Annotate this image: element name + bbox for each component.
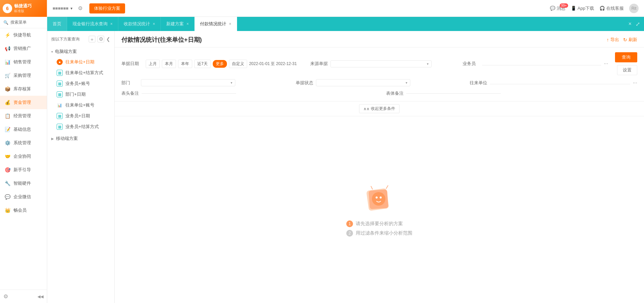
app-download-btn[interactable]: 📱 App下载 xyxy=(571,5,594,11)
add-scheme-btn[interactable]: + xyxy=(89,36,95,42)
purchase-nav-icon: 🛒 xyxy=(4,72,11,79)
left-panel: 按以下方案查询 + ⚙ ❮ ▾ 电脑端方案 ● 往来单位+日期 ▦ xyxy=(47,31,115,303)
empty-tip-1: 1 请先选择要分析的方案 xyxy=(346,220,412,227)
sidebar-item-sales[interactable]: 📊 销售管理 xyxy=(0,55,47,69)
export-btn[interactable]: ↑ 导出 xyxy=(607,37,619,43)
partner-group: 往来单位 ··· xyxy=(470,80,637,86)
filter-settings-btn[interactable]: 设置 xyxy=(617,65,637,75)
scheme-partner-payment[interactable]: ▦ 往来单位+结算方式 xyxy=(47,67,114,78)
sidebar-item-quick-nav[interactable]: ⚡ 快捷导航 xyxy=(0,28,47,42)
scheme-partner-account-label: 往来单位+账号 xyxy=(65,102,94,108)
sidebar-item-purchase[interactable]: 🛒 采购管理 xyxy=(0,69,47,82)
mobile-group-label: 移动端方案 xyxy=(56,135,78,142)
query-btn[interactable]: 查询 xyxy=(615,52,637,62)
sidebar-item-member[interactable]: 👑 畅会员 xyxy=(0,204,47,217)
source-group: 来源单据 ▾ xyxy=(310,60,456,67)
more-dates-btn[interactable]: 更多 xyxy=(213,60,227,68)
tab-receipt-stat[interactable]: 收款情况统计 × xyxy=(118,17,161,31)
company-selector[interactable]: ■■■■■■ ▾ xyxy=(53,6,72,11)
sidebar-item-guide[interactable]: 🎯 新手引导 xyxy=(0,163,47,177)
sidebar-item-coop[interactable]: 🤝 企业协同 xyxy=(0,150,47,163)
last-7-days-btn[interactable]: 近7天 xyxy=(194,60,211,68)
tab-expand-btn[interactable]: ⤢ xyxy=(634,20,641,29)
tab-payment-stat[interactable]: 付款情况统计 × xyxy=(195,17,237,31)
scheme-partner-date[interactable]: ● 往来单位+日期 xyxy=(47,57,114,67)
dept-select[interactable]: ▾ xyxy=(141,79,235,86)
date-range-display: 2022-01-01 至 2022-12-31 xyxy=(249,61,297,67)
source-select[interactable]: ▾ xyxy=(330,60,432,67)
page-title: 付款情况统计(往来单位+日期) xyxy=(121,36,202,44)
tab-payment-stat-close[interactable]: × xyxy=(229,22,231,26)
service-btn[interactable]: 🎧 在线客服 xyxy=(599,5,624,11)
svg-point-3 xyxy=(376,196,378,199)
content-area: 按以下方案查询 + ⚙ ❮ ▾ 电脑端方案 ● 往来单位+日期 ▦ xyxy=(47,31,644,303)
tip-2-text: 用过滤条件来缩小分析范围 xyxy=(356,230,412,236)
sidebar-footer: ⚙ ◀◀ xyxy=(0,290,47,303)
trial-btn[interactable]: 体验行业方案 xyxy=(89,3,125,13)
scheme-settings-btn[interactable]: ⚙ xyxy=(97,36,104,42)
this-month-btn[interactable]: 本月 xyxy=(162,60,176,68)
filter-row-1: 单据日期 上月 本月 本年 近7天 更多 自定义 2022-01-01 至 20… xyxy=(121,52,637,75)
tab-bank-flow-close[interactable]: × xyxy=(110,22,113,26)
scheme-active-icon: ● xyxy=(57,59,63,65)
system-nav-label: 系统管理 xyxy=(13,140,31,146)
export-label: 导出 xyxy=(610,37,619,43)
tab-receipt-stat-label: 收款情况统计 xyxy=(124,21,150,27)
desktop-scheme-header[interactable]: ▾ 电脑端方案 xyxy=(47,47,114,57)
finance-nav-icon: 💰 xyxy=(4,99,11,106)
user-avatar[interactable]: Rit xyxy=(629,4,639,13)
tab-new-scheme[interactable]: 新建方案 × xyxy=(161,17,195,31)
collapse-more-btn[interactable]: ∧∧ 收起更多条件 xyxy=(359,104,400,113)
desktop-group-arrow: ▾ xyxy=(51,50,53,54)
export-icon: ↑ xyxy=(607,37,609,42)
last-month-btn[interactable]: 上月 xyxy=(146,60,160,68)
message-btn[interactable]: 💬 消息 99+ xyxy=(550,5,565,11)
tab-bank-flow-label: 现金银行流水查询 xyxy=(72,21,108,27)
scheme-sales-date[interactable]: ▦ 业务员+日期 xyxy=(47,111,114,121)
system-nav-icon: ⚙️ xyxy=(4,140,11,146)
company-name: ■■■■■■ xyxy=(53,6,68,11)
scheme-dept-date[interactable]: ▦ 部门+日期 xyxy=(47,89,114,100)
topbar-settings-icon[interactable]: ⚙ xyxy=(78,5,83,11)
left-panel-label: 按以下方案查询 xyxy=(51,36,80,42)
sidebar-item-basic[interactable]: 📝 基础信息 xyxy=(0,123,47,136)
custom-date-btn[interactable]: 自定义 xyxy=(229,60,247,68)
topbar-right: 💬 消息 99+ 📱 App下载 🎧 在线客服 Rit xyxy=(550,4,639,13)
sidebar-search[interactable]: 🔍 搜索菜单 xyxy=(0,17,47,28)
sidebar-header: 6 畅捷通巧 标准版 xyxy=(0,0,47,17)
this-year-btn[interactable]: 本年 xyxy=(178,60,192,68)
sidebar-item-weixin[interactable]: 💬 企业微信 xyxy=(0,190,47,204)
refresh-btn[interactable]: ↻ 刷新 xyxy=(623,37,637,43)
tab-home[interactable]: 首页 xyxy=(47,17,67,31)
sidebar-brand: 畅捷通巧 标准版 xyxy=(14,3,32,13)
scheme-partner-account[interactable]: 📊 往来单位+账号 xyxy=(47,100,114,111)
voucher-status-select[interactable]: ▾ xyxy=(316,79,410,86)
tab-new-scheme-close[interactable]: × xyxy=(186,22,189,26)
scheme-sales-payment[interactable]: ▦ 业务员+结算方式 xyxy=(47,121,114,132)
tab-close-all-btn[interactable]: × xyxy=(627,20,633,28)
collapse-sidebar-icon[interactable]: ◀◀ xyxy=(37,294,43,299)
sidebar-item-hardware[interactable]: 🔧 智能硬件 xyxy=(0,177,47,190)
query-actions: 查询 设置 xyxy=(615,52,637,75)
sidebar-item-operation[interactable]: 📋 经营管理 xyxy=(0,109,47,123)
mobile-scheme-group: ▶ 移动端方案 xyxy=(47,133,114,144)
sidebar-item-inventory[interactable]: 📦 库存核算 xyxy=(0,82,47,96)
tab-bank-flow[interactable]: 现金银行流水查询 × xyxy=(67,17,118,31)
app-label: App下载 xyxy=(578,5,594,11)
quick-nav-nav-icon: ⚡ xyxy=(4,32,11,38)
header-note-label: 表头备注 xyxy=(121,90,139,96)
settings-footer-icon[interactable]: ⚙ xyxy=(3,293,8,300)
collapse-panel-btn[interactable]: ❮ xyxy=(106,36,110,42)
partner-dots-btn[interactable]: ··· xyxy=(633,80,637,86)
scheme-sales-account[interactable]: ▦ 业务员+账号 xyxy=(47,78,114,89)
sidebar-item-marketing[interactable]: 📢 营销推广 xyxy=(0,42,47,55)
tip-num-1: 1 xyxy=(346,220,353,227)
purchase-nav-label: 采购管理 xyxy=(13,72,31,79)
sidebar-item-system[interactable]: ⚙️ 系统管理 xyxy=(0,136,47,150)
salesman-dots-btn[interactable]: ··· xyxy=(604,61,608,67)
tab-receipt-stat-close[interactable]: × xyxy=(153,22,155,26)
mobile-scheme-header[interactable]: ▶ 移动端方案 xyxy=(47,133,114,144)
sidebar-item-finance[interactable]: 💰 资金管理 xyxy=(0,96,47,109)
marketing-nav-icon: 📢 xyxy=(4,45,11,52)
logo-icon: 6 xyxy=(3,4,12,13)
